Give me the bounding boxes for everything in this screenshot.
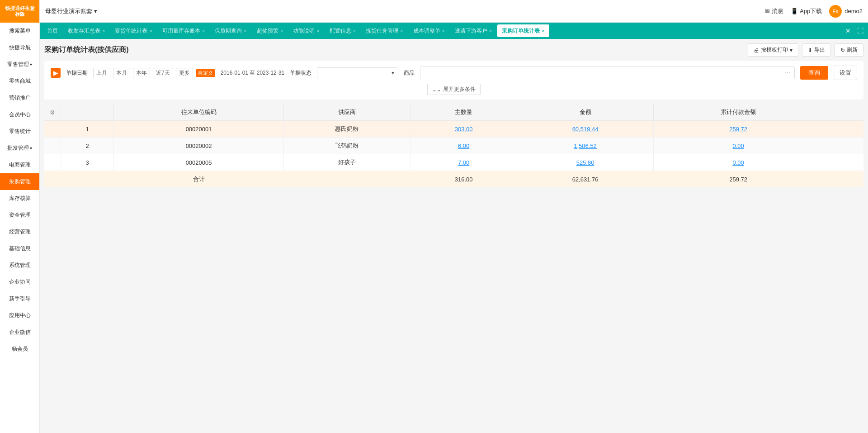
goods-filter-label: 商品 <box>404 69 415 77</box>
nav-tab-invite-downstream[interactable]: 邀请下游客户× <box>450 24 496 37</box>
tab-close-icon[interactable]: × <box>400 28 403 33</box>
print-button[interactable]: 🖨 按模板打印 ▾ <box>748 43 798 57</box>
query-button[interactable]: 查询 <box>800 66 828 80</box>
tab-label: 可用量库存账本 <box>162 27 200 35</box>
sidebar-item-label: 营销推广 <box>9 94 31 102</box>
tab-close-icon[interactable]: × <box>489 28 492 33</box>
footer-amount: 62,631.76 <box>517 171 654 188</box>
app-download-button[interactable]: 📱 App下载 <box>791 7 822 15</box>
tab-close-icon[interactable]: × <box>353 28 356 33</box>
row-main-qty[interactable]: 7.00 <box>410 154 517 171</box>
tab-close-icon[interactable]: × <box>244 28 246 33</box>
tab-close-icon[interactable]: × <box>149 28 152 33</box>
nav-tab-available-stock[interactable]: 可用量库存账本× <box>158 24 209 37</box>
table-row[interactable]: 200020002飞鹤奶粉6.001,586.520.00 <box>44 138 863 154</box>
message-button[interactable]: ✉ 消息 <box>765 7 783 15</box>
date-7days[interactable]: 近7天 <box>153 68 173 78</box>
nav-tab-picking-task[interactable]: 拣货任务管理× <box>361 24 407 37</box>
goods-input[interactable]: ··· <box>420 67 795 79</box>
sidebar-item-finance[interactable]: 资金管理 <box>0 207 39 224</box>
sidebar-item-retail-stats[interactable]: 零售统计 <box>0 123 39 140</box>
row-amount[interactable]: 60,519.44 <box>517 121 654 138</box>
topbar-right: ✉ 消息 📱 App下载 Ea demo2 <box>765 5 863 18</box>
sidebar-item-inventory[interactable]: 库存核算 <box>0 190 39 207</box>
sidebar-item-wholesale[interactable]: 批发管理▾ <box>0 140 39 157</box>
sidebar-item-retail[interactable]: 零售管理▾ <box>0 56 39 73</box>
collapse-toggle[interactable]: ▶ <box>51 68 61 78</box>
sidebar-item-enterprise[interactable]: 企业协同 <box>0 274 39 290</box>
custom-date-badge: 自定义 <box>196 69 215 77</box>
nav-tab-cost-adjust[interactable]: 成本调整单× <box>409 24 449 37</box>
sidebar-item-system[interactable]: 系统管理 <box>0 257 39 274</box>
row-main-qty[interactable]: 303.00 <box>410 121 517 138</box>
row-paid-amount[interactable]: 0.00 <box>653 138 823 154</box>
table-settings-icon[interactable]: ⚙ <box>50 109 55 116</box>
sidebar-item-purchase[interactable]: 采购管理 <box>0 173 39 190</box>
close-tab-icon[interactable]: ✕ <box>844 26 853 35</box>
row-index: 1 <box>61 121 114 138</box>
nav-tab-goods-stats[interactable]: 要货单统计表× <box>110 24 156 37</box>
user-area[interactable]: Ea demo2 <box>829 5 863 18</box>
sidebar-item-enterprise-wechat[interactable]: 企业微信 <box>0 324 39 341</box>
row-main-qty[interactable]: 6.00 <box>410 138 517 154</box>
nav-tab-home[interactable]: 首页 <box>42 24 62 37</box>
row-supplier-code: 00020002 <box>114 138 283 154</box>
tab-close-icon[interactable]: × <box>542 28 544 33</box>
status-select[interactable]: ▾ <box>317 67 398 78</box>
nav-tab-expiry-query[interactable]: 保质期查询× <box>210 24 251 37</box>
sidebar-item-app-center[interactable]: 应用中心 <box>0 307 39 324</box>
message-label: 消息 <box>772 7 783 15</box>
nav-tab-receive-send[interactable]: 收发存汇总表× <box>63 24 109 37</box>
table-row[interactable]: 300020005好孩子7.00525.800.00 <box>44 154 863 171</box>
tab-close-icon[interactable]: × <box>202 28 205 33</box>
row-paid-amount[interactable]: 0.00 <box>653 154 823 171</box>
app-label: App下载 <box>800 7 822 15</box>
date-last-month[interactable]: 上月 <box>93 68 110 78</box>
sidebar-item-basic-info[interactable]: 基础信息 <box>0 240 39 257</box>
refresh-button[interactable]: ↻ 刷新 <box>835 43 863 57</box>
sidebar-item-vip[interactable]: 畅会员 <box>0 341 39 357</box>
data-table: ⚙ 往来单位编码 供应商 主数量 金额 累计付款金额 100020001惠氏奶粉… <box>44 104 863 187</box>
row-paid-amount[interactable]: 259.72 <box>653 121 823 138</box>
nav-tab-purchase-stats[interactable]: 采购订单统计表× <box>497 24 549 37</box>
tab-close-icon[interactable]: × <box>280 28 283 33</box>
status-arrow-icon: ▾ <box>392 70 394 76</box>
nav-tab-function-desc[interactable]: 功能说明× <box>288 24 324 37</box>
sidebar-item-label: 快捷导航 <box>9 44 31 52</box>
sidebar-item-operations[interactable]: 经营管理 <box>0 224 39 240</box>
sidebar-item-member[interactable]: 会员中心 <box>0 106 39 123</box>
footer-extra <box>823 171 863 188</box>
nav-tab-config-info[interactable]: 配置信息× <box>325 24 360 37</box>
export-button[interactable]: ⬇ 导出 <box>802 43 831 57</box>
tab-close-icon[interactable]: × <box>316 28 319 33</box>
tab-close-icon[interactable]: × <box>102 28 105 33</box>
tab-label: 收发存汇总表 <box>68 27 100 35</box>
row-supplier-name: 飞鹤奶粉 <box>283 138 410 154</box>
row-extra <box>823 121 863 138</box>
sidebar-item-marketing[interactable]: 营销推广 <box>0 90 39 106</box>
expand-icon: ⌄⌄ <box>432 86 441 93</box>
expand-more-button[interactable]: ⌄⌄ 展开更多条件 <box>427 84 481 95</box>
fullscreen-icon[interactable]: ⛶ <box>855 26 865 35</box>
date-this-month[interactable]: 本月 <box>113 68 130 78</box>
topbar: 母婴行业演示账套 ▾ ✉ 消息 📱 App下载 Ea demo2 <box>40 0 868 23</box>
date-more[interactable]: 更多 <box>176 68 193 78</box>
sidebar-item-new-guide[interactable]: 新手引导 <box>0 290 39 307</box>
row-amount[interactable]: 1,586.52 <box>517 138 654 154</box>
sidebar-item-retail-shop[interactable]: 零售商城 <box>0 73 39 90</box>
sidebar-item-label: 零售商城 <box>9 77 31 85</box>
tab-label: 保质期查询 <box>215 27 242 35</box>
row-amount[interactable]: 525.80 <box>517 154 654 171</box>
sidebar-item-quick-nav[interactable]: 快捷导航 <box>0 39 39 56</box>
row-extra <box>823 154 863 171</box>
nav-tab-overstock-alert[interactable]: 超储预警× <box>252 24 288 37</box>
table-row[interactable]: 100020001惠氏奶粉303.0060,519.44259.72 <box>44 121 863 138</box>
date-this-year[interactable]: 本年 <box>133 68 150 78</box>
settings-button[interactable]: 设置 <box>834 66 857 80</box>
footer-qty: 316.00 <box>410 171 517 188</box>
tab-close-icon[interactable]: × <box>442 28 445 33</box>
company-dropdown[interactable]: 母婴行业演示账套 ▾ <box>45 7 760 15</box>
sidebar-item-ecommerce[interactable]: 电商管理 <box>0 157 39 173</box>
sidebar-item-label: 新手引导 <box>9 295 31 303</box>
sidebar-item-search[interactable]: 搜索菜单 <box>0 23 39 39</box>
